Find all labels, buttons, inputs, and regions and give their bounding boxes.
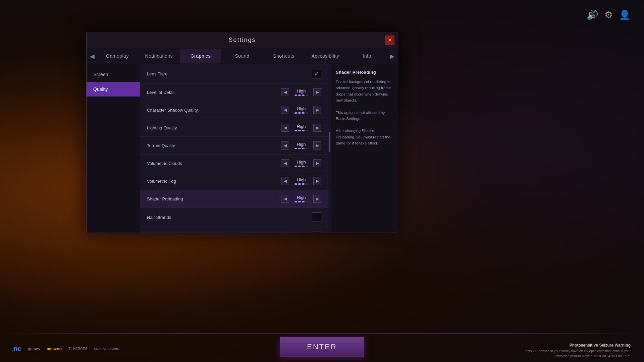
dot1 [294, 148, 297, 149]
dot1 [294, 183, 297, 185]
slider-right-level-of-detail[interactable]: ▶ [313, 88, 321, 96]
setting-control-terrain-quality: ◀ High ▶ [281, 141, 321, 149]
slider-dots-terrain-quality [294, 148, 308, 149]
tab-shortcuts[interactable]: Shortcuts [263, 49, 305, 63]
setting-control-level-of-detail: ◀ High ▶ [281, 88, 321, 96]
info-panel-text-1: Enable background rendering in advance, … [336, 79, 393, 104]
dot2 [298, 183, 301, 185]
checkbox-hair-strands[interactable] [312, 213, 321, 222]
profile-icon[interactable]: 👤 [619, 9, 631, 20]
info-panel-text-2: This option is not affected by Basic Set… [336, 110, 393, 122]
sound-icon[interactable]: 🔊 [587, 9, 598, 20]
modal-header: Settings ✕ [87, 32, 398, 48]
setting-label-volumetric-fog: Volumetric Fog [147, 179, 281, 184]
slider-value-block-character-shadow-quality: High [291, 106, 311, 114]
content-area: Lens Flare ✓ Level of Detail ◀ High [140, 64, 328, 233]
slider-dots-level-of-detail [294, 95, 308, 96]
gear-icon[interactable]: ⚙ [604, 9, 613, 20]
top-icons-bar: 🔊 ⚙ 👤 [587, 9, 631, 20]
dot3 [302, 183, 305, 185]
slider-dots-character-shadow-quality [294, 112, 308, 114]
tab-notifications[interactable]: Notifications [138, 49, 180, 63]
slider-value-block-volumetric-clouds: High [291, 160, 311, 167]
dot2 [298, 95, 301, 96]
slider-right-lighting-quality[interactable]: ▶ [313, 124, 321, 132]
slider-value-block-level-of-detail: High [291, 88, 311, 96]
tab-accessibility[interactable]: Accessibility [305, 49, 346, 63]
slider-value-lighting-quality: High [297, 124, 306, 129]
scrollbar-thumb [329, 132, 330, 152]
sidebar-item-quality[interactable]: Quality [87, 82, 140, 97]
slider-left-character-shadow-quality[interactable]: ◀ [281, 106, 289, 114]
slider-value-terrain-quality: High [297, 142, 306, 147]
setting-label-lens-flare: Lens Flare [147, 71, 312, 76]
slider-left-volumetric-fog[interactable]: ◀ [281, 177, 289, 185]
tab-graphics[interactable]: Graphics [180, 49, 221, 63]
slider-left-level-of-detail[interactable]: ◀ [281, 88, 289, 96]
slider-value-volumetric-fog: High [297, 177, 306, 182]
dot2 [298, 130, 301, 131]
slider-value-character-shadow-quality: High [297, 106, 306, 111]
setting-volumetric-clouds: Volumetric Clouds ◀ High ▶ [140, 155, 328, 172]
tab-next-arrow[interactable]: ▶ [388, 53, 396, 60]
dot4 [306, 95, 308, 96]
setting-label-lighting-quality: Lighting Quality [147, 125, 281, 130]
dot3 [302, 95, 305, 96]
tab-prev-arrow[interactable]: ◀ [88, 53, 97, 60]
sidebar-item-screen[interactable]: Screen [87, 67, 140, 82]
dot4 [306, 112, 308, 114]
slider-right-volumetric-clouds[interactable]: ▶ [313, 159, 321, 167]
slider-dots-lighting-quality [294, 130, 308, 131]
setting-volumetric-fog: Volumetric Fog ◀ High ▶ [140, 172, 328, 190]
tab-sound[interactable]: Sound [221, 49, 263, 63]
slider-value-block-shader-preloading: High [291, 195, 311, 202]
dot3 [302, 201, 305, 202]
close-button[interactable]: ✕ [385, 36, 394, 45]
setting-optimize-large-scale-combat: Optimize Large-Scale Combat ✓ [140, 227, 328, 233]
dot4 [306, 130, 308, 131]
dot4 [306, 183, 308, 185]
sidebar: Screen Quality [87, 64, 140, 233]
slider-dots-volumetric-clouds [294, 166, 308, 167]
setting-control-shader-preloading: ◀ High ▶ [281, 195, 321, 203]
setting-hair-strands: Hair Strands [140, 208, 328, 227]
checkbox-optimize-large-scale-combat[interactable]: ✓ [312, 232, 321, 233]
slider-dots-volumetric-fog [294, 183, 308, 185]
tab-info[interactable]: Info [346, 49, 388, 63]
checkbox-lens-flare[interactable]: ✓ [312, 69, 321, 78]
content-scrollbar[interactable] [328, 64, 331, 233]
slider-right-character-shadow-quality[interactable]: ▶ [313, 106, 321, 114]
slider-value-shader-preloading: High [297, 195, 306, 200]
slider-right-volumetric-fog[interactable]: ▶ [313, 177, 321, 185]
tab-gameplay[interactable]: Gameplay [97, 49, 138, 63]
slider-left-shader-preloading[interactable]: ◀ [281, 195, 289, 203]
setting-lighting-quality: Lighting Quality ◀ High ▶ [140, 119, 328, 137]
setting-level-of-detail: Level of Detail ◀ High ▶ [140, 83, 328, 101]
setting-control-optimize-large-scale-combat: ✓ [312, 232, 321, 233]
slider-value-level-of-detail: High [297, 88, 306, 94]
info-panel: Shader Preloading Enable background rend… [331, 64, 398, 233]
modal-body: Screen Quality Lens Flare ✓ Level of Det… [87, 64, 398, 233]
tl-heroes-logo: TL HEROES [68, 347, 87, 351]
setting-control-character-shadow-quality: ◀ High ▶ [281, 106, 321, 114]
slider-right-shader-preloading[interactable]: ▶ [313, 195, 321, 203]
enter-button[interactable]: Enter [280, 337, 364, 357]
setting-shader-preloading: Shader Preloading ◀ High ▶ [140, 190, 328, 208]
dot3 [302, 148, 305, 149]
dot1 [294, 112, 297, 114]
tabs-container: Gameplay Notifications Graphics Sound Sh… [97, 49, 388, 63]
setting-control-volumetric-clouds: ◀ High ▶ [281, 159, 321, 167]
amazon-logo: amazon [47, 347, 62, 351]
setting-label-character-shadow-quality: Character Shadow Quality [147, 108, 281, 113]
settings-modal: Settings ✕ ◀ Gameplay Notifications Grap… [86, 32, 398, 233]
dot4 [306, 166, 308, 167]
slider-right-terrain-quality[interactable]: ▶ [313, 141, 321, 149]
slider-left-lighting-quality[interactable]: ◀ [281, 124, 289, 132]
slider-value-block-lighting-quality: High [291, 124, 311, 131]
slider-left-terrain-quality[interactable]: ◀ [281, 141, 289, 149]
dot1 [294, 166, 297, 167]
dot2 [298, 201, 301, 202]
dot3 [302, 130, 305, 131]
slider-value-block-volumetric-fog: High [291, 177, 311, 185]
slider-left-volumetric-clouds[interactable]: ◀ [281, 159, 289, 167]
